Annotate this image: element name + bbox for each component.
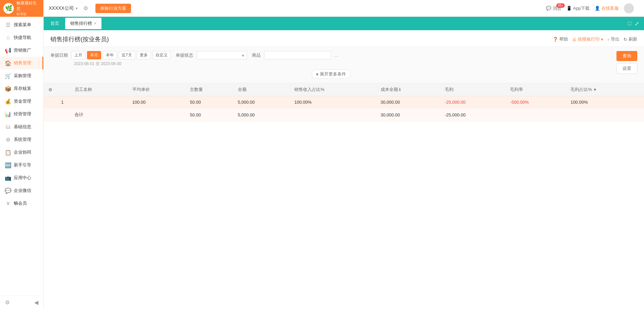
inventory-icon: 📦 bbox=[5, 86, 11, 92]
sidebar-item-sales[interactable]: 🏠 销售管理 bbox=[0, 57, 43, 69]
sidebar: 🌿 畅康通好生意 标准版 ☰ 搜索菜单 ⌂ 快捷导航 📢 营销推广 🏠 销售管理… bbox=[0, 0, 44, 309]
sidebar-item-collab[interactable]: 📋 企业协同 bbox=[0, 146, 43, 159]
row-name bbox=[71, 96, 128, 108]
col-avg-price: 平均单价 bbox=[128, 83, 186, 96]
member-icon: V bbox=[5, 200, 11, 206]
row-profit: -25,000.00 bbox=[441, 96, 506, 108]
sidebar-item-basic[interactable]: 🗂 基础信息 bbox=[0, 120, 43, 133]
table-row: 1100.0050.005,000.00100.00%30,000.00-25,… bbox=[44, 96, 644, 108]
collapse-icon[interactable]: ◀ bbox=[34, 299, 38, 306]
date-filter-label: 单据日期 bbox=[50, 52, 68, 58]
date-btn-more[interactable]: 更多 bbox=[137, 51, 151, 59]
profit-sort-icon[interactable]: ▼ bbox=[593, 88, 597, 92]
sidebar-item-search[interactable]: ☰ 搜索菜单 bbox=[0, 18, 43, 31]
sidebar-item-member[interactable]: V 畅会员 bbox=[0, 197, 43, 210]
sidebar-item-inventory[interactable]: 📦 库存核算 bbox=[0, 82, 43, 95]
date-filter-group: 上月 本月 本年 近7天 更多 自定义 bbox=[71, 51, 171, 59]
tab-home[interactable]: 首页 bbox=[45, 18, 64, 29]
status-select[interactable] bbox=[197, 51, 247, 59]
tab-minimize-icon[interactable]: □ bbox=[628, 20, 631, 27]
settings-footer-icon[interactable]: ⚙ bbox=[5, 299, 10, 306]
settings-button-filter[interactable]: 设置 bbox=[616, 63, 637, 74]
help-button[interactable]: ❓ 帮助 bbox=[553, 36, 568, 42]
row-qty: 50.00 bbox=[186, 96, 233, 108]
status-filter-section: 单据状态 bbox=[176, 51, 247, 59]
more-icon[interactable]: ... bbox=[335, 53, 338, 58]
expand-filter-label: 展开更多条件 bbox=[320, 71, 346, 77]
row-sales-pct: 100.00% bbox=[290, 96, 377, 108]
app-download-button[interactable]: 📱 App下载 bbox=[566, 5, 590, 11]
online-service-button[interactable]: 👤 在线客服 bbox=[595, 5, 619, 11]
sidebar-item-finance[interactable]: 💰 资金管理 bbox=[0, 95, 43, 108]
company-dropdown-arrow: ▾ bbox=[76, 6, 78, 11]
footer-profit-rate bbox=[506, 108, 566, 121]
sidebar-item-operations[interactable]: 📊 经营管理 bbox=[0, 108, 43, 120]
goods-input[interactable] bbox=[264, 51, 331, 59]
sidebar-item-purchase[interactable]: 🛒 采购管理 bbox=[0, 69, 43, 82]
header-right: 💬 消息 99+ 📱 App下载 👤 在线客服 bbox=[546, 3, 639, 13]
message-button[interactable]: 💬 消息 99+ bbox=[546, 5, 561, 11]
trial-button[interactable]: 体验行业方案 bbox=[95, 4, 131, 13]
logo-badge: 标准版 bbox=[16, 12, 40, 16]
refresh-button[interactable]: ↻ 刷新 bbox=[624, 36, 637, 42]
sidebar-item-label: 基础信息 bbox=[14, 124, 31, 130]
sidebar-item-system[interactable]: ⚙ 系统管理 bbox=[0, 133, 43, 146]
tab-label: 销售排行榜 bbox=[70, 20, 92, 27]
print-button[interactable]: 🖨 按模板打印 ▾ bbox=[572, 36, 603, 42]
footer-sales-pct bbox=[290, 108, 377, 121]
sidebar-item-apps[interactable]: 📺 应用中心 bbox=[0, 171, 43, 184]
operations-icon: 📊 bbox=[5, 111, 11, 117]
date-range-row: 2023-06-01 至 2023-06-30 bbox=[50, 61, 611, 67]
goods-filter-section: 商品 ... bbox=[252, 51, 338, 59]
sidebar-item-label: 企业协同 bbox=[14, 149, 31, 155]
page-content: 销售排行榜(按业务员) ❓ 帮助 🖨 按模板打印 ▾ ↑ 导出 ↻ 刷新 bbox=[44, 30, 644, 309]
date-btn-7days[interactable]: 近7天 bbox=[119, 51, 135, 59]
date-filter-section: 单据日期 上月 本月 本年 近7天 更多 自定义 bbox=[50, 51, 171, 59]
col-name: 员工名称 bbox=[71, 83, 128, 96]
footer-amount: 5,000.00 bbox=[234, 108, 291, 121]
cost-info-icon[interactable]: ℹ bbox=[399, 87, 401, 92]
export-button[interactable]: ↑ 导出 bbox=[607, 36, 620, 42]
date-range-display: 2023-06-01 至 2023-06-30 bbox=[74, 61, 121, 67]
sidebar-item-guide[interactable]: 🆕 新手引导 bbox=[0, 159, 43, 171]
sidebar-item-label: 库存核算 bbox=[14, 86, 31, 92]
tab-expand-icon[interactable]: ⤢ bbox=[635, 20, 639, 27]
row-amount: 5,000.00 bbox=[234, 96, 291, 108]
status-filter-label: 单据状态 bbox=[176, 52, 193, 58]
row-settings[interactable] bbox=[44, 96, 57, 108]
system-icon: ⚙ bbox=[5, 137, 11, 143]
app-icon: 📱 bbox=[566, 6, 572, 11]
footer-profit: -25,000.00 bbox=[441, 108, 506, 121]
col-settings[interactable]: ⚙ bbox=[44, 83, 57, 96]
sidebar-item-label: 资金管理 bbox=[14, 98, 31, 104]
expand-filter-button[interactable]: ▾ 展开更多条件 bbox=[312, 69, 350, 79]
row-avg-price: 100.00 bbox=[128, 96, 186, 108]
sidebar-item-marketing[interactable]: 📢 营销推广 bbox=[0, 44, 43, 57]
print-dropdown-icon: ▾ bbox=[601, 37, 603, 42]
query-button[interactable]: 查询 bbox=[616, 51, 637, 61]
date-btn-this-year[interactable]: 本年 bbox=[103, 51, 117, 59]
sidebar-item-quick-nav[interactable]: ⌂ 快捷导航 bbox=[0, 31, 43, 44]
message-icon: 💬 bbox=[546, 6, 551, 11]
logo-icon: 🌿 bbox=[3, 3, 14, 14]
tab-bar-actions: □ ⤢ bbox=[628, 20, 642, 27]
settings-button[interactable]: ⚙ bbox=[81, 4, 90, 13]
tab-close-icon[interactable]: × bbox=[94, 21, 96, 26]
sidebar-item-wechat[interactable]: 💬 企业微信 bbox=[0, 184, 43, 197]
chevron-down-icon: ▾ bbox=[316, 72, 318, 77]
row-profit-rate: -500.00% bbox=[506, 96, 566, 108]
row-rank: 1 bbox=[57, 96, 71, 108]
sidebar-item-label: 搜索菜单 bbox=[14, 22, 31, 28]
refresh-label: 刷新 bbox=[629, 36, 637, 42]
tab-sales-ranking[interactable]: 销售排行榜 × bbox=[65, 18, 101, 29]
date-btn-this-month[interactable]: 本月 bbox=[87, 51, 101, 59]
col-profit-rate: 毛利率 bbox=[506, 83, 566, 96]
sidebar-item-label: 应用中心 bbox=[14, 175, 31, 181]
date-btn-custom[interactable]: 自定义 bbox=[153, 51, 171, 59]
filter-row: 单据日期 上月 本月 本年 近7天 更多 自定义 bbox=[50, 51, 611, 59]
col-qty: 主数量 bbox=[186, 83, 233, 96]
company-selector[interactable]: XXXXX公司 ▾ bbox=[49, 5, 78, 11]
avatar[interactable] bbox=[624, 3, 634, 13]
apps-icon: 📺 bbox=[5, 175, 11, 181]
date-btn-last-month[interactable]: 上月 bbox=[71, 51, 85, 59]
